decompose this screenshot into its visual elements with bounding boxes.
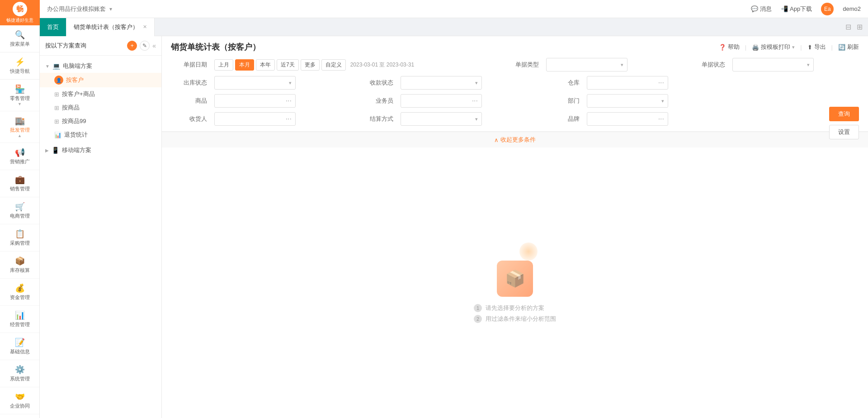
doc-status-select[interactable]: ▾ (732, 58, 814, 71)
empty-tip-2-text: 用过滤条件来缩小分析范围 (486, 315, 556, 323)
header-actions: ❓ 帮助 | 🖨️ 按模板打印 ▾ | ⬆ 导出 (719, 43, 859, 51)
tab-sales-stats[interactable]: 销货单统计表（按客户） ✕ (66, 18, 155, 36)
print-label: 按模板打印 (761, 43, 790, 51)
top-bar-left: 办公用品行业模拟账套 ▾ (47, 5, 112, 13)
sidebar-item-enterprise[interactable]: 🤝 企业协同 (0, 387, 39, 414)
edit-scheme-button[interactable]: ✎ (140, 41, 150, 51)
app-download-button[interactable]: 📲 App下载 (781, 5, 812, 13)
app-logo[interactable]: 畅 畅捷通好生意 (0, 0, 40, 25)
sidebar-item-ecommerce[interactable]: 🛒 电商管理 (0, 197, 39, 224)
download-icon: 📲 (781, 5, 788, 12)
tree-item-by-customer-goods[interactable]: ⊞ 按客户+商品 (40, 87, 161, 101)
sidebar-item-newbie[interactable]: 🎯 新手引导 (0, 414, 39, 418)
goods-dots-icon[interactable]: ··· (286, 97, 292, 105)
goods-select[interactable]: ··· (214, 94, 296, 108)
date-btn-more[interactable]: 更多 (301, 59, 320, 71)
sidebar-item-finance[interactable]: 💰 资金管理 (0, 279, 39, 306)
date-btn-this-year[interactable]: 本年 (256, 59, 275, 71)
brand-dots-icon[interactable]: ··· (658, 115, 664, 123)
tree-item-return-stats[interactable]: 📊 退货统计 (40, 128, 161, 142)
tab-minimize-button[interactable]: ⊟ (844, 21, 853, 33)
left-panel: 按以下方案查询 + ✎ « (40, 36, 162, 418)
quick-nav-icon: ⚡ (15, 57, 25, 67)
receiver-dots-icon[interactable]: ··· (286, 115, 292, 123)
search-menu-button[interactable]: 🔍 搜索菜单 (0, 30, 39, 48)
out-status-select[interactable]: ▾ (214, 76, 296, 90)
tree-group-desktop-header[interactable]: ▼ 💻 电脑端方案 (40, 59, 161, 73)
return-stats-icon: 📊 (54, 132, 61, 138)
doc-status-dropdown-icon: ▾ (807, 62, 810, 68)
sidebar-item-operations-label: 经营管理 (10, 321, 30, 328)
warehouse-select[interactable]: ··· (587, 76, 668, 90)
add-scheme-button[interactable]: + (127, 41, 137, 51)
receiver-select[interactable]: ··· (214, 112, 296, 126)
print-dropdown-icon: ▾ (792, 44, 795, 50)
help-label: 帮助 (728, 43, 740, 51)
out-status-control: ▾ (214, 76, 341, 90)
sidebar-item-marketing[interactable]: 📢 营销推广 (0, 143, 39, 170)
edit-icon: ✎ (142, 43, 147, 49)
salesperson-select[interactable]: ··· (401, 94, 482, 108)
query-button[interactable]: 查询 (829, 107, 859, 121)
messages-button[interactable]: 💬 消息 (751, 5, 772, 13)
user-name[interactable]: demo2 (843, 5, 861, 12)
tree-group-mobile-header[interactable]: ▶ 📱 移动端方案 (40, 143, 161, 157)
sidebar-item-retail[interactable]: 🏪 零售管理 ▼ (0, 80, 39, 111)
quick-nav-button[interactable]: ⚡ 快捷导航 (0, 55, 39, 76)
salesperson-dots-icon[interactable]: ··· (472, 97, 478, 105)
search-menu-label: 搜索菜单 (10, 41, 30, 48)
refresh-button[interactable]: 🔄 刷新 (838, 43, 859, 51)
left-panel-title: 按以下方案查询 (45, 42, 86, 50)
goods-99-icon: ⊞ (54, 118, 59, 125)
sidebar-item-inventory[interactable]: 📦 库存核算 (0, 252, 39, 279)
settings-button[interactable]: 设置 (829, 125, 859, 139)
tab-home[interactable]: 首页 (40, 18, 66, 36)
user-avatar[interactable]: Ea (821, 3, 834, 15)
mobile-group-icon: 📱 (52, 147, 59, 154)
tree-item-by-goods[interactable]: ⊞ 按商品 (40, 101, 161, 114)
receiver-control: ··· (214, 112, 341, 126)
export-button[interactable]: ⬆ 导出 (807, 43, 826, 51)
left-panel-header: 按以下方案查询 + ✎ « (40, 36, 161, 56)
tree-group-mobile: ▶ 📱 移动端方案 (40, 143, 161, 157)
tree-item-by-goods-99-label: 按商品99 (62, 117, 86, 125)
collapse-icon: « (152, 42, 156, 49)
department-select[interactable]: ▾ (587, 94, 668, 108)
payment-status-select[interactable]: ▾ (401, 76, 482, 90)
warehouse-dots-icon[interactable]: ··· (658, 79, 664, 87)
doc-type-select[interactable]: ▾ (546, 58, 627, 71)
date-btn-custom[interactable]: 自定义 (321, 59, 346, 71)
sidebar-menu: 🏪 零售管理 ▼ 🏬 批发管理 ▲ 📢 营销推广 💼 销售管理 🛒 电商管理 (0, 80, 39, 418)
active-indicator-icon: 👤 (56, 78, 61, 83)
date-btn-last-month[interactable]: 上月 (214, 59, 233, 71)
tab-bar: 首页 销货单统计表（按客户） ✕ ⊟ ⊞ (40, 18, 868, 36)
sidebar-item-purchase[interactable]: 📋 采购管理 (0, 224, 39, 252)
sidebar-item-system[interactable]: ⚙️ 系统管理 (0, 360, 39, 387)
sidebar-item-basicinfo[interactable]: 📝 基础信息 (0, 333, 39, 360)
date-btn-this-month[interactable]: 本月 (235, 59, 254, 71)
sidebar-item-sales[interactable]: 💼 销售管理 (0, 170, 39, 197)
print-button[interactable]: 🖨️ 按模板打印 ▾ (752, 43, 795, 51)
date-btn-7days[interactable]: 近7天 (277, 59, 299, 71)
brand-select[interactable]: ··· (587, 112, 668, 126)
app-title-dropdown-icon[interactable]: ▾ (109, 6, 112, 12)
collapse-panel-button[interactable]: « (152, 42, 156, 49)
user-avatar-text: Ea (824, 6, 831, 12)
sidebar-item-sales-label: 销售管理 (10, 185, 30, 192)
tree-item-by-goods-99[interactable]: ⊞ 按商品99 (40, 114, 161, 128)
sidebar-item-operations[interactable]: 📊 经营管理 (0, 306, 39, 333)
operations-icon: 📊 (15, 310, 25, 320)
settlement-dropdown-icon: ▾ (475, 116, 478, 122)
filter-row-4: 收货人 ··· 结算方式 ▾ (171, 112, 859, 126)
doc-status-label: 单据状态 (689, 61, 725, 69)
tree-item-by-customer[interactable]: 👤 按客户 (40, 73, 161, 87)
help-button[interactable]: ❓ 帮助 (719, 43, 740, 51)
wholesale-icon: 🏬 (15, 116, 25, 126)
warehouse-control: ··· (587, 76, 713, 90)
tab-sales-stats-close-icon[interactable]: ✕ (143, 24, 147, 30)
tab-maximize-button[interactable]: ⊞ (855, 21, 864, 33)
collapse-more-button[interactable]: ∧ 收起更多条件 (162, 132, 868, 147)
sidebar-item-wholesale[interactable]: 🏬 批发管理 ▲ (0, 111, 39, 143)
settlement-select[interactable]: ▾ (401, 112, 482, 126)
warehouse-label: 仓库 (543, 79, 580, 87)
